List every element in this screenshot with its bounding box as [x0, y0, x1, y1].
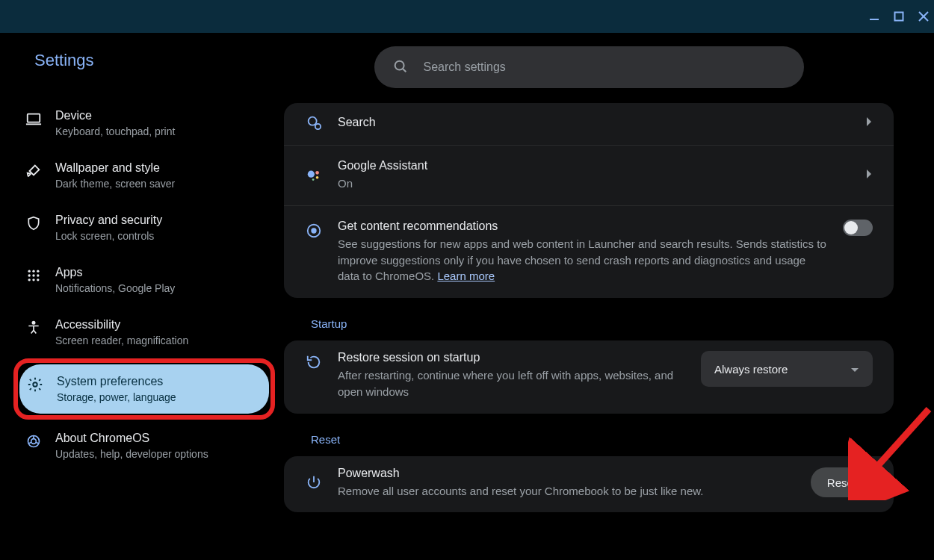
section-heading-startup: Startup — [311, 317, 894, 330]
shield-icon — [25, 215, 42, 231]
row-sub-text: See suggestions for new apps and web con… — [338, 237, 826, 283]
svg-line-20 — [402, 68, 405, 71]
sidebar-item-sub: Storage, power, language — [57, 391, 176, 403]
row-title: Google Assistant — [338, 159, 850, 172]
sidebar-item-sub: Notifications, Google Play — [55, 282, 175, 294]
row-title: Search — [338, 116, 850, 129]
search-box[interactable] — [374, 46, 804, 88]
window-minimize-button[interactable] — [868, 10, 880, 22]
svg-point-12 — [28, 279, 31, 281]
svg-point-10 — [32, 274, 34, 276]
svg-point-25 — [315, 171, 319, 175]
svg-point-14 — [37, 279, 39, 281]
app-title: Settings — [34, 51, 270, 70]
row-content-recommendations: Get content recommendations See suggesti… — [284, 205, 894, 298]
select-value: Always restore — [714, 363, 788, 376]
reset-button[interactable]: Reset — [811, 467, 873, 497]
svg-point-21 — [309, 117, 317, 125]
sidebar-item-device[interactable]: Device Keyboard, touchpad, print — [18, 99, 270, 148]
main-content: Search Google Assistant On — [284, 33, 934, 560]
sidebar-item-label: System preferences — [57, 375, 176, 388]
reset-panel: Powerwash Remove all user accounts and r… — [284, 456, 894, 513]
search-input[interactable] — [424, 60, 786, 74]
apps-grid-icon — [25, 267, 42, 284]
sidebar-item-apps[interactable]: Apps Notifications, Google Play — [18, 255, 270, 305]
laptop-icon — [25, 111, 42, 127]
startup-panel: Restore session on startup After restart… — [284, 340, 894, 414]
sidebar-item-about[interactable]: About ChromeOS Updates, help, developer … — [18, 421, 270, 470]
svg-point-29 — [312, 228, 316, 233]
highlight-annotation: System preferences Storage, power, langu… — [13, 358, 275, 420]
row-restore-session: Restore session on startup After restart… — [284, 340, 894, 414]
power-icon — [305, 473, 323, 491]
sidebar: Settings Device Keyboard, touchpad, prin… — [0, 33, 284, 560]
svg-point-24 — [308, 170, 315, 177]
brush-icon — [25, 163, 42, 179]
row-title: Get content recommendations — [338, 220, 828, 233]
sidebar-item-label: Accessibility — [55, 318, 188, 332]
svg-rect-4 — [28, 114, 40, 122]
sidebar-item-accessibility[interactable]: Accessibility Screen reader, magnificati… — [18, 308, 270, 357]
accessibility-icon — [25, 320, 42, 336]
svg-point-27 — [312, 178, 315, 181]
sidebar-item-privacy[interactable]: Privacy and security Lock screen, contro… — [18, 203, 270, 252]
row-sub: See suggestions for new apps and web con… — [338, 236, 828, 284]
svg-point-23 — [315, 124, 321, 129]
restore-icon — [305, 353, 323, 371]
sidebar-item-sub: Updates, help, developer options — [55, 448, 208, 460]
sidebar-item-label: About ChromeOS — [55, 432, 208, 445]
sidebar-item-label: Apps — [55, 266, 175, 279]
learn-more-link[interactable]: Learn more — [437, 270, 495, 282]
gear-icon — [27, 376, 43, 393]
sidebar-item-sub: Screen reader, magnification — [55, 335, 188, 346]
row-sub: Remove all user accounts and reset your … — [338, 483, 796, 500]
svg-point-8 — [37, 270, 39, 273]
search-assistant-panel: Search Google Assistant On — [284, 103, 894, 298]
sidebar-item-label: Device — [55, 109, 175, 122]
row-title: Powerwash — [338, 467, 796, 480]
sidebar-item-system-preferences[interactable]: System preferences Storage, power, langu… — [19, 364, 269, 414]
row-powerwash: Powerwash Remove all user accounts and r… — [284, 456, 894, 513]
chevron-right-icon — [865, 116, 873, 129]
svg-point-13 — [32, 279, 34, 281]
chrome-icon — [25, 433, 42, 449]
chevron-right-icon — [865, 169, 873, 181]
sidebar-item-wallpaper[interactable]: Wallpaper and style Dark theme, screen s… — [18, 151, 270, 200]
row-assistant[interactable]: Google Assistant On — [284, 145, 894, 205]
window-maximize-button[interactable] — [894, 11, 904, 22]
assistant-icon — [305, 167, 323, 184]
window-close-button[interactable] — [918, 10, 930, 22]
svg-point-16 — [33, 382, 37, 387]
svg-point-11 — [37, 274, 39, 276]
row-sub: After restarting, continue where you lef… — [338, 367, 686, 400]
target-icon — [305, 222, 323, 240]
chevron-down-icon — [850, 363, 859, 376]
svg-rect-1 — [895, 13, 903, 21]
row-search-engine[interactable]: Search — [284, 103, 894, 145]
svg-point-9 — [28, 274, 31, 276]
svg-point-18 — [31, 439, 37, 444]
svg-point-6 — [28, 270, 31, 273]
search-icon — [392, 58, 409, 77]
section-heading-reset: Reset — [311, 433, 894, 446]
recommendations-toggle[interactable] — [843, 220, 873, 236]
svg-point-19 — [395, 60, 403, 69]
row-title: Restore session on startup — [338, 351, 686, 364]
svg-point-15 — [32, 322, 34, 324]
sidebar-item-sub: Dark theme, screen saver — [55, 178, 175, 190]
svg-point-7 — [32, 270, 34, 273]
sidebar-item-sub: Lock screen, controls — [55, 230, 162, 242]
svg-point-26 — [316, 176, 319, 179]
row-sub: On — [338, 175, 850, 192]
sidebar-item-label: Wallpaper and style — [55, 161, 175, 175]
window-titlebar — [0, 0, 934, 33]
sidebar-item-label: Privacy and security — [55, 214, 162, 227]
restore-select[interactable]: Always restore — [701, 351, 873, 387]
sidebar-item-sub: Keyboard, touchpad, print — [55, 125, 175, 137]
search-badge-icon — [305, 113, 323, 131]
